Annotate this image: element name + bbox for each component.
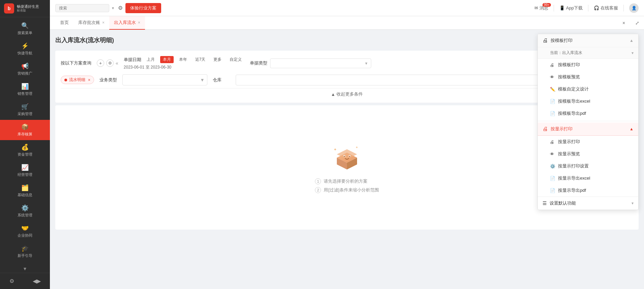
sidebar-item-enterprise[interactable]: 🤝 企业协同 [0,221,50,241]
sidebar-item-appstore[interactable]: 📱 应用中心 [0,262,50,265]
tab-batch[interactable]: 库存批次账 × [74,16,109,30]
cta-button[interactable]: 体验行业方案 [125,3,161,13]
sidebar-label-finance: 资金管理 [18,152,32,157]
dropdown-divider [538,121,638,121]
business-type-select[interactable]: ▾ [122,74,207,85]
collapse-label: 收起更多条件 [336,91,363,97]
sidebar-item-system[interactable]: ⚙️ 系统管理 [0,201,50,221]
service-label: 在线客服 [601,5,618,11]
svg-point-6 [344,156,345,157]
guide-icon: 🎓 [21,245,29,252]
operation-icon: 📈 [21,164,29,171]
date-filter-row: 单据日期 上月 本月 本年 近7天 更多 自定义 [124,56,245,63]
display-print-icon: 🖨 [550,139,555,144]
sidebar-item-search[interactable]: 🔍 搜索菜单 [0,19,50,39]
dropdown-set-default[interactable]: ☰ 设置默认功能 ▾ [538,197,638,210]
active-filter-tag[interactable]: 流水明细 × [61,76,94,84]
sidebar-label-system: 系统管理 [18,213,32,218]
template-pdf-label: 按模板导出pdf [558,110,586,116]
dropdown-item-template-custom[interactable]: ✏️ 模板自定义设计 [538,83,638,95]
tab-home[interactable]: 首页 [55,16,74,30]
sidebar-bottom: ⚙ ◀▶ [0,273,50,289]
topbar: ▾ ⚙ 体验行业方案 ✉ 消息 99+ 📱 App下载 🎧 在线客服 [50,0,644,16]
logo-icon: b [4,3,14,14]
svg-point-7 [349,156,350,157]
dropdown-item-display-pdf[interactable]: 📄 按显示导出pdf [538,184,638,196]
doc-type-select[interactable]: ▾ [270,58,371,68]
filter-add-btn[interactable]: + [97,59,104,67]
display-excel-icon: 📄 [550,176,555,181]
tip-num-2: 2 [315,187,321,193]
message-icon: ✉ [534,5,538,10]
tab-batch-close-icon[interactable]: × [102,20,105,25]
sidebar-collapse-icon[interactable]: ◀▶ [31,277,42,286]
dropdown-item-display-preview[interactable]: 👁 按显示预览 [538,148,638,160]
topbar-search-input[interactable] [55,4,109,12]
dropdown-item-template-excel[interactable]: 📄 按模板导出excel [538,95,638,107]
date-option-current-month[interactable]: 本月 [160,56,174,63]
dropdown-template-header[interactable]: 🖨 按模板打印 ▲ [538,34,638,47]
business-type-dropdown-icon: ▾ [201,77,204,83]
set-default-arrow-icon: ▾ [632,201,634,206]
date-options: 上月 本月 本年 近7天 更多 自定义 [144,56,245,63]
message-btn[interactable]: ✉ 消息 99+ [534,5,548,11]
date-filter: 单据日期 上月 本月 本年 近7天 更多 自定义 2023-06-01 至 20… [124,56,245,70]
sidebar-item-sales[interactable]: 📊 销售管理 [0,79,50,100]
sidebar-item-operation[interactable]: 📈 经营管理 [0,160,50,181]
template-print-section-icon: 🖨 [543,37,548,44]
date-option-custom[interactable]: 自定义 [227,56,244,63]
window-expand-btn[interactable]: ⤢ [631,16,644,30]
warehouse-filter: 仓库 ... [213,75,581,85]
dropdown-display-header[interactable]: 🖨 按显示打印 ▲ [538,123,638,136]
filter-label: 按以下方案查询 [61,60,91,66]
date-option-last-7[interactable]: 近7天 [193,56,208,63]
date-filter-label: 单据日期 [124,57,141,63]
sidebar-item-finance[interactable]: 💰 资金管理 [0,140,50,160]
filter-toggle-btn[interactable]: « [116,60,118,66]
dropdown-item-display-settings[interactable]: ⚙️ 按显示打印设置 [538,160,638,172]
warehouse-select[interactable]: ... [236,75,581,85]
tab-flow-close-icon[interactable]: × [138,20,140,25]
app-download-btn[interactable]: 📱 App下载 [559,5,583,11]
empty-tips: 1 请先选择要分析的方案 2 用[过滤]条件来缩小分析范围 [315,178,379,196]
topbar-gear-icon[interactable]: ⚙ [118,5,123,11]
sidebar-item-quicknav[interactable]: ⚡ 快捷导航 [0,39,50,59]
sidebar-item-purchase[interactable]: 🛒 采购管理 [0,100,50,120]
sidebar-label-enterprise: 企业协同 [18,233,32,238]
settings-gear-icon[interactable]: ⚙ [8,277,16,286]
warehouse-label: 仓库 [213,77,233,83]
sidebar-label-inventory: 库存核算 [18,132,32,137]
date-option-current-year[interactable]: 本年 [176,56,190,63]
filter-tag-close-icon[interactable]: × [88,78,90,82]
dropdown-item-display-print[interactable]: 🖨 按显示打印 [538,136,638,148]
tab-flow[interactable]: 出入库流水 × [109,16,145,30]
date-option-last-month[interactable]: 上月 [144,56,157,63]
user-avatar[interactable]: 👤 [629,3,639,13]
topbar-dropdown-arrow-icon[interactable]: ▾ [112,6,114,10]
svg-text:✦: ✦ [333,147,337,152]
window-close-btn[interactable]: × [617,16,631,30]
tab-home-label: 首页 [60,20,69,26]
display-excel-label: 按显示导出excel [558,175,590,181]
sidebar-item-inventory[interactable]: 📦 库存核算 [0,120,50,140]
sidebar-label-basic: 基础信息 [18,192,32,198]
dropdown-item-template-print[interactable]: 🖨 按模板打印 [538,59,638,71]
dropdown-item-display-excel[interactable]: 📄 按显示导出excel [538,172,638,184]
set-default-content: ☰ 设置默认功能 [543,200,576,206]
service-icon: 🎧 [594,5,599,10]
sidebar-item-guide[interactable]: 🎓 新手引导 [0,241,50,262]
window-controls: × ⤢ [617,16,644,30]
dropdown-item-template-pdf[interactable]: 📄 按模板导出pdf [538,107,638,120]
topbar-left: ▾ ⚙ 体验行业方案 [55,3,534,13]
sidebar-item-marketing[interactable]: 📢 营销推广 [0,59,50,79]
sidebar-item-basic[interactable]: 🗂️ 基础信息 [0,181,50,201]
business-type-filter: 业务类型 ▾ [99,74,207,85]
date-option-more[interactable]: 更多 [211,56,224,63]
sidebar-scroll-down[interactable]: ▼ [0,265,50,273]
service-btn[interactable]: 🎧 在线客服 [594,5,618,11]
dropdown-item-template-preview[interactable]: 👁 按模板预览 [538,71,638,83]
template-preview-label: 按模板预览 [558,74,580,80]
filter-gear-btn[interactable]: ⚙ [106,59,114,67]
sidebar-label-search: 搜索菜单 [18,30,32,35]
collapse-filter-btn[interactable]: ▲ 收起更多条件 [331,91,363,97]
